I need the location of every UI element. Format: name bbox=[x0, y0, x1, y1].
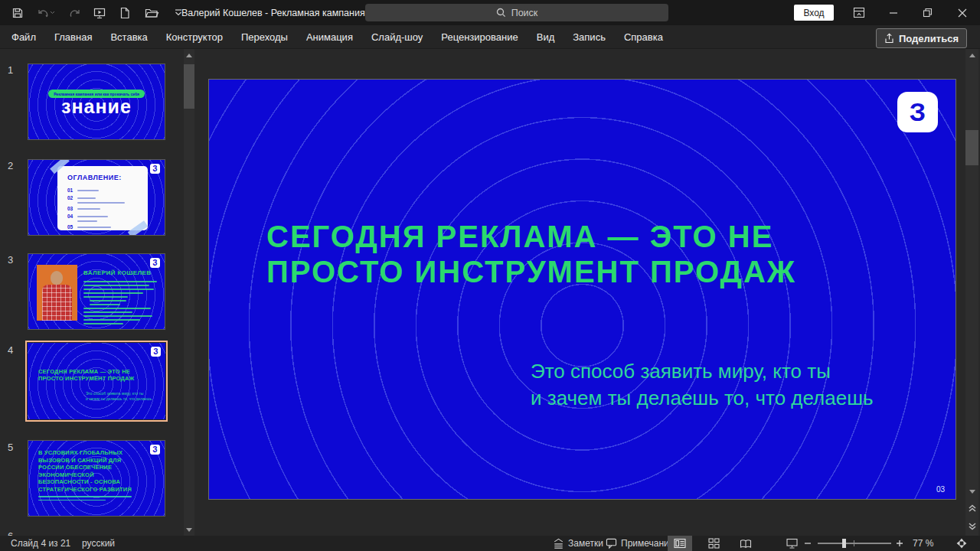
slide-status: Слайд 4 из 21 bbox=[11, 536, 70, 551]
znanie-logo-icon: З bbox=[150, 445, 160, 455]
tab-animations[interactable]: Анимация bbox=[297, 25, 362, 48]
notes-toggle[interactable]: Заметки bbox=[553, 536, 603, 551]
tab-slideshow[interactable]: Слайд-шоу bbox=[362, 25, 432, 48]
slide-thumbnail-4[interactable]: СЕГОДНЯ РЕКЛАМА — ЭТО НЕ ПРОСТО ИНСТРУМЕ… bbox=[28, 343, 165, 419]
slide-number-4: 4 bbox=[8, 344, 13, 356]
canvas-scrollbar-thumb[interactable] bbox=[965, 130, 978, 165]
zoom-out-icon bbox=[804, 540, 812, 547]
canvas-scroll-up-icon[interactable] bbox=[965, 49, 978, 61]
tab-record[interactable]: Запись bbox=[564, 25, 615, 48]
status-bar: Слайд 4 из 21 русский Заметки Примечания bbox=[0, 536, 980, 551]
toc-item-number: 03 bbox=[67, 206, 73, 211]
tab-insert[interactable]: Вставка bbox=[101, 25, 156, 48]
toc-item-number: 05 bbox=[67, 224, 73, 230]
ribbon-display-options-icon[interactable] bbox=[841, 0, 876, 25]
slide-thumbnail-4-selected[interactable]: СЕГОДНЯ РЕКЛАМА — ЭТО НЕ ПРОСТО ИНСТРУМЕ… bbox=[25, 341, 168, 422]
slide-title-line1: СЕГОДНЯ РЕКЛАМА — ЭТО НЕ bbox=[266, 219, 796, 254]
save-button[interactable] bbox=[11, 5, 24, 21]
slide-subtitle-line2: и зачем ты делаешь то, что делаешь bbox=[531, 385, 874, 412]
share-button[interactable]: Поделиться bbox=[876, 28, 967, 48]
thumbnail-scrollbar-thumb[interactable] bbox=[184, 64, 194, 109]
tab-file[interactable]: Файл bbox=[2, 25, 45, 48]
znanie-logo-icon: З bbox=[897, 92, 938, 132]
znanie-logo-icon: З bbox=[151, 347, 161, 357]
sign-in-button[interactable]: Вход bbox=[794, 5, 834, 21]
slide-thumbnail-5[interactable]: В УСЛОВИЯХ ГЛОБАЛЬНЫХ ВЫЗОВОВ И САНКЦИЙ … bbox=[28, 440, 165, 517]
language-status[interactable]: русский bbox=[82, 536, 115, 551]
slide-thumbnail-2[interactable]: ОГЛАВЛЕНИЕ: 01 02 00 03 04 00 05 З bbox=[28, 159, 165, 236]
tab-transitions[interactable]: Переходы bbox=[232, 25, 297, 48]
comments-toggle[interactable]: Примечания bbox=[606, 536, 674, 551]
slide-editing-area[interactable]: СЕГОДНЯ РЕКЛАМА — ЭТО НЕ ПРОСТО ИНСТРУМЕ… bbox=[198, 49, 963, 536]
speaker-bullets bbox=[83, 281, 160, 324]
slideshow-view-icon bbox=[786, 538, 798, 549]
ribbon-tab-bar: Файл Главная Вставка Конструктор Переход… bbox=[0, 25, 980, 49]
slide-subtitle-line1: Это способ заявить миру, кто ты bbox=[531, 358, 874, 385]
slide-thumbnail-panel: 1 Рекламная кампания или как прокачать с… bbox=[0, 49, 198, 536]
new-file-button[interactable] bbox=[118, 5, 132, 21]
powerpoint-window: Валерий Кошелев - Рекламная кампания.ppt… bbox=[0, 0, 980, 551]
tab-help[interactable]: Справка bbox=[615, 25, 672, 48]
canvas-scroll-down-icon[interactable] bbox=[965, 485, 978, 497]
search-box[interactable]: Поиск bbox=[365, 4, 668, 21]
search-placeholder: Поиск bbox=[511, 8, 538, 18]
thumb5-body-lines bbox=[38, 496, 138, 500]
tab-home[interactable]: Главная bbox=[45, 25, 101, 48]
undo-button[interactable] bbox=[36, 5, 56, 21]
previous-slide-button[interactable] bbox=[965, 500, 978, 516]
slide-subtitle-textbox[interactable]: Это способ заявить миру, кто ты и зачем … bbox=[531, 358, 874, 412]
thumbnail-scroll-up-icon[interactable] bbox=[184, 49, 194, 61]
next-slide-button[interactable] bbox=[965, 519, 978, 534]
reading-view-button[interactable] bbox=[733, 536, 758, 551]
normal-view-button[interactable] bbox=[668, 536, 692, 551]
slide-number-1: 1 bbox=[8, 64, 13, 76]
rings-background bbox=[208, 79, 956, 500]
quick-access-toolbar bbox=[11, 0, 185, 25]
slide-thumbnail-3[interactable]: ВАЛЕРИЙ КОШЕЛЕВ З bbox=[28, 253, 165, 330]
tab-view[interactable]: Вид bbox=[528, 25, 564, 48]
thumbnail-scrollbar[interactable] bbox=[184, 49, 194, 536]
tab-review[interactable]: Рецензирование bbox=[432, 25, 527, 48]
zoom-slider-track[interactable] bbox=[818, 543, 891, 544]
notes-icon bbox=[553, 538, 564, 549]
minimize-button[interactable] bbox=[876, 0, 910, 25]
slide-thumbnail-1[interactable]: Рекламная кампания или как прокачать себ… bbox=[28, 64, 165, 140]
start-slideshow-button[interactable] bbox=[93, 5, 106, 21]
zoom-slider-center-tick bbox=[854, 540, 854, 546]
thumb5-title: В УСЛОВИЯХ ГЛОБАЛЬНЫХ ВЫЗОВОВ И САНКЦИЙ … bbox=[38, 449, 139, 493]
znanie-logo-icon: З bbox=[150, 258, 160, 268]
toc-card: ОГЛАВЛЕНИЕ: 01 02 00 03 04 00 05 bbox=[57, 166, 148, 230]
thumb4-body: Это способ заявить миру, кто ты и зачем … bbox=[86, 391, 152, 401]
zoom-in-button[interactable] bbox=[896, 536, 903, 551]
thumb4-title: СЕГОДНЯ РЕКЛАМА — ЭТО НЕ ПРОСТО ИНСТРУМЕ… bbox=[38, 369, 135, 382]
slide-sorter-button[interactable] bbox=[701, 536, 726, 551]
normal-view-icon bbox=[674, 538, 686, 549]
restore-button[interactable] bbox=[910, 0, 945, 25]
thumbnail-scroll-down-icon[interactable] bbox=[184, 523, 194, 536]
slide-number-2: 2 bbox=[8, 160, 13, 171]
current-slide[interactable]: СЕГОДНЯ РЕКЛАМА — ЭТО НЕ ПРОСТО ИНСТРУМЕ… bbox=[208, 79, 956, 500]
open-folder-button[interactable] bbox=[143, 5, 160, 21]
zoom-out-button[interactable] bbox=[804, 536, 812, 551]
slide-page-number: 03 bbox=[936, 485, 945, 494]
comments-icon bbox=[606, 538, 617, 549]
tab-design[interactable]: Конструктор bbox=[157, 25, 232, 48]
search-icon bbox=[496, 8, 506, 18]
slideshow-view-button[interactable] bbox=[779, 536, 804, 551]
share-icon bbox=[884, 33, 894, 44]
redo-button[interactable] bbox=[67, 5, 81, 21]
slide-number-3: 3 bbox=[8, 254, 13, 266]
znanie-logo-text: знание bbox=[28, 96, 165, 118]
znanie-logo-icon: З bbox=[150, 164, 160, 174]
slide-title-line2: ПРОСТО ИНСТРУМЕНТ ПРОДАЖ bbox=[266, 254, 796, 289]
zoom-level[interactable]: 77 % bbox=[913, 536, 933, 551]
slide-number-5: 5 bbox=[8, 442, 13, 453]
canvas-scrollbar[interactable] bbox=[965, 49, 978, 536]
slide-sorter-icon bbox=[708, 538, 720, 549]
reading-view-icon bbox=[740, 539, 752, 549]
fit-to-window-button[interactable] bbox=[949, 536, 974, 551]
zoom-slider-thumb[interactable] bbox=[842, 539, 846, 548]
slide-title-textbox[interactable]: СЕГОДНЯ РЕКЛАМА — ЭТО НЕ ПРОСТО ИНСТРУМЕ… bbox=[266, 219, 796, 289]
close-button[interactable] bbox=[945, 0, 979, 25]
titlebar: Валерий Кошелев - Рекламная кампания.ppt… bbox=[0, 0, 980, 25]
